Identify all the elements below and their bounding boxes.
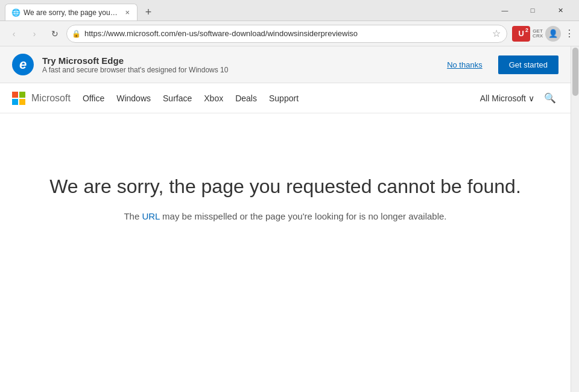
ms-nav-right: All Microsoft ∨ 🔍 [480,90,558,107]
error-url-label: URL [142,211,159,221]
edge-logo-letter: e [19,57,27,72]
bookmark-star-icon[interactable]: ☆ [492,28,501,39]
ms-logo-yellow [19,99,25,105]
title-bar: 🌐 We are sorry, the page you requ... × +… [0,0,579,21]
ms-logo-red [12,92,18,98]
edge-promo-title: Try Microsoft Edge [42,55,438,66]
error-heading: We are sorry, the page you requested can… [49,174,521,200]
all-microsoft-chevron: ∨ [528,93,534,103]
scrollbar-track[interactable] [571,46,579,392]
tab-favicon: 🌐 [11,8,20,17]
forward-button[interactable]: › [25,25,43,43]
microsoft-logo-grid [12,92,25,105]
ms-logo-green [19,92,25,98]
error-subtext-suffix: may be misspelled or the page you're loo… [160,211,447,221]
extension-badge[interactable]: U 2 [512,26,530,42]
nav-link-surface[interactable]: Surface [163,93,192,103]
ms-nav-links: Office Windows Surface Xbox Deals Suppor… [83,93,480,103]
address-bar-container: 🔒 ☆ [66,25,507,43]
nav-link-xbox[interactable]: Xbox [204,93,223,103]
edge-promo-subtitle: A fast and secure browser that's designe… [42,66,438,74]
browser-menu-button[interactable]: ⋮ [565,28,574,39]
ms-search-icon[interactable]: 🔍 [542,90,558,107]
badge-count: 2 [525,27,528,33]
ms-logo-blue [12,99,18,105]
back-button[interactable]: ‹ [5,25,23,43]
all-microsoft-label: All Microsoft [480,93,526,103]
get-started-button[interactable]: Get started [498,55,558,74]
page-content: e Try Microsoft Edge A fast and secure b… [0,46,571,392]
get-crx-label: GETCRX [533,29,543,39]
browser-content-area: e Try Microsoft Edge A fast and secure b… [0,46,579,392]
minimize-button[interactable]: — [491,0,519,21]
scrollbar-thumb[interactable] [572,48,578,96]
new-tab-button[interactable]: + [140,4,157,21]
active-tab[interactable]: 🌐 We are sorry, the page you requ... × [5,4,138,21]
nav-link-windows[interactable]: Windows [116,93,151,103]
error-content: We are sorry, the page you requested can… [0,113,571,282]
microsoft-logo-text: Microsoft [31,93,71,104]
tab-close-button[interactable]: × [125,8,130,17]
tab-title: We are sorry, the page you requ... [24,8,119,17]
nav-link-support[interactable]: Support [269,93,299,103]
navigation-bar: ‹ › ↻ 🔒 ☆ U 2 GETCRX 👤 ⋮ [0,21,579,46]
refresh-button[interactable]: ↻ [46,25,64,43]
window-controls: — □ ✕ [491,0,574,21]
profile-button[interactable]: 👤 [545,26,561,42]
tabs-area: 🌐 We are sorry, the page you requ... × + [5,0,489,21]
ms-logo-area: Microsoft [12,92,71,105]
edge-promo-text: Try Microsoft Edge A fast and secure bro… [42,55,438,74]
lock-icon: 🔒 [72,30,81,38]
error-subtext-prefix: The [124,211,142,221]
nav-link-office[interactable]: Office [83,93,104,103]
error-subtext: The URL may be misspelled or the page yo… [124,211,446,221]
edge-logo: e [12,54,34,75]
edge-promo-banner: e Try Microsoft Edge A fast and secure b… [0,46,571,83]
close-button[interactable]: ✕ [546,0,574,21]
extensions-area: U 2 GETCRX 👤 ⋮ [512,26,574,42]
no-thanks-button[interactable]: No thanks [447,60,482,69]
address-bar[interactable] [84,29,489,38]
maximize-button[interactable]: □ [519,0,546,21]
nav-link-deals[interactable]: Deals [235,93,257,103]
all-microsoft-button[interactable]: All Microsoft ∨ [480,93,534,103]
microsoft-nav: Microsoft Office Windows Surface Xbox De… [0,83,571,113]
